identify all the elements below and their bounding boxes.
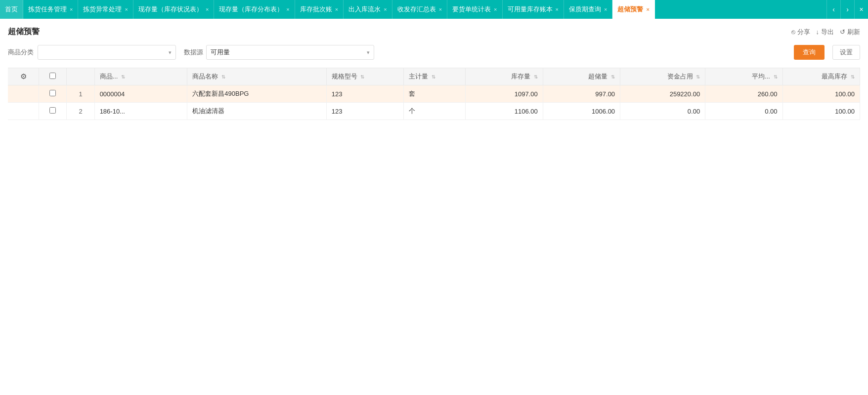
th-number	[67, 68, 94, 85]
sort-icon[interactable]: ⇅	[121, 74, 125, 79]
row-over: 1006.00	[543, 103, 620, 120]
chevron-down-icon: ▾	[169, 49, 172, 56]
row-number: 1	[67, 85, 94, 103]
close-icon[interactable]: ×	[70, 6, 73, 12]
sort-icon[interactable]: ⇅	[534, 74, 538, 79]
row-stock: 1097.00	[466, 85, 543, 103]
close-icon[interactable]: ×	[384, 6, 387, 12]
nav-item-inventory-dist[interactable]: 现存量（库存分布表） ×	[214, 0, 295, 19]
th-capital: 资金占用 ⇅	[620, 68, 705, 85]
nav-item-home[interactable]: 首页	[0, 0, 23, 19]
sort-icon[interactable]: ⇅	[851, 74, 855, 79]
row-avg: 260.00	[705, 85, 782, 103]
nav-item-flow[interactable]: 出入库流水 ×	[344, 0, 392, 19]
close-icon[interactable]: ×	[604, 6, 607, 12]
category-label: 商品分类	[8, 48, 34, 57]
share-icon: ⎋	[791, 28, 795, 36]
refresh-icon: ↺	[840, 28, 845, 36]
nav-item-batch[interactable]: 库存批次账 ×	[295, 0, 344, 19]
datasource-label: 数据源	[184, 48, 203, 57]
nav-close-all-button[interactable]: ×	[854, 0, 868, 19]
nav-item-summary[interactable]: 收发存汇总表 ×	[392, 0, 447, 19]
top-nav: 首页 拣货任务管理 × 拣货异常处理 × 现存量（库存状况表） × 现存量（库存…	[0, 0, 868, 19]
row-maxstock: 100.00	[782, 85, 860, 103]
header-actions: ⎋ 分享 ↓ 导出 ↺ 刷新	[791, 28, 861, 37]
data-table: ⚙ 商品... ⇅ 商品名称 ⇅ 规格型号 ⇅	[8, 68, 860, 120]
th-spec: 规格型号 ⇅	[326, 68, 403, 85]
sort-icon[interactable]: ⇅	[774, 74, 778, 79]
row-name: 机油滤清器	[187, 103, 327, 120]
sort-icon[interactable]: ⇅	[360, 74, 364, 79]
table-header-row: ⚙ 商品... ⇅ 商品名称 ⇅ 规格型号 ⇅	[8, 68, 860, 85]
category-select[interactable]: ▾	[38, 45, 176, 60]
th-name: 商品名称 ⇅	[187, 68, 327, 85]
row-unit: 套	[404, 85, 466, 103]
sort-icon[interactable]: ⇅	[221, 74, 225, 79]
row-maxstock: 100.00	[782, 103, 860, 120]
close-icon[interactable]: ×	[125, 6, 128, 12]
chevron-down-icon: ▾	[367, 49, 370, 56]
th-stock: 库存量 ⇅	[466, 68, 543, 85]
row-spec: 123	[326, 103, 403, 120]
row-capital: 0.00	[620, 103, 705, 120]
row-checkbox[interactable]	[49, 107, 56, 114]
row-checkbox-cell	[39, 85, 67, 103]
datasource-select[interactable]: 可用量 ▾	[206, 45, 374, 60]
query-button[interactable]: 查询	[794, 45, 825, 60]
page-title: 超储预警	[8, 27, 40, 37]
row-number: 2	[67, 103, 94, 120]
datasource-select-value: 可用量	[211, 48, 230, 57]
nav-item-abnormal[interactable]: 拣货异常处理 ×	[78, 0, 133, 19]
main-content: 超储预警 ⎋ 分享 ↓ 导出 ↺ 刷新 商品分类 ▾ 数据源	[0, 19, 868, 395]
nav-item-inventory-status[interactable]: 现存量（库存状况表） ×	[133, 0, 214, 19]
table-row: 1 0000004 六配套新昌490BPG 123 套 1097.00 997.…	[8, 85, 860, 103]
sort-icon[interactable]: ⇅	[611, 74, 615, 79]
close-icon[interactable]: ×	[335, 6, 338, 12]
nav-next-button[interactable]: ›	[840, 0, 854, 19]
gear-icon[interactable]: ⚙	[20, 72, 27, 80]
refresh-button[interactable]: ↺ 刷新	[840, 28, 860, 37]
row-over: 997.00	[543, 85, 620, 103]
th-maxstock: 最高库存 ⇅	[782, 68, 860, 85]
settings-button[interactable]: 设置	[832, 45, 860, 60]
export-icon: ↓	[816, 28, 820, 36]
select-all-checkbox[interactable]	[49, 73, 56, 79]
nav-item-avail-ledger[interactable]: 可用量库存账本 ×	[503, 0, 564, 19]
export-button[interactable]: ↓ 导出	[816, 28, 834, 37]
nav-item-task[interactable]: 拣货任务管理 ×	[23, 0, 78, 19]
nav-prev-button[interactable]: ‹	[826, 0, 840, 19]
th-over: 超储量 ⇅	[543, 68, 620, 85]
nav-arrows: ‹ › ×	[826, 0, 868, 19]
th-avg: 平均... ⇅	[705, 68, 782, 85]
th-settings: ⚙	[8, 68, 39, 85]
row-checkbox[interactable]	[49, 90, 56, 96]
filter-row: 商品分类 ▾ 数据源 可用量 ▾ 查询 设置	[8, 45, 860, 60]
row-capital: 259220.00	[620, 85, 705, 103]
nav-item-order-stat[interactable]: 要货单统计表 ×	[447, 0, 502, 19]
th-code: 商品... ⇅	[94, 68, 187, 85]
row-spec: 123	[326, 85, 403, 103]
row-code: 0000004	[94, 85, 187, 103]
close-icon[interactable]: ×	[286, 6, 289, 12]
row-unit: 个	[404, 103, 466, 120]
th-unit: 主计量 ⇅	[404, 68, 466, 85]
close-icon[interactable]: ×	[494, 6, 497, 12]
row-stock: 1106.00	[466, 103, 543, 120]
row-name: 六配套新昌490BPG	[187, 85, 327, 103]
share-button[interactable]: ⎋ 分享	[791, 28, 810, 37]
row-settings-cell	[8, 85, 39, 103]
close-icon[interactable]: ×	[439, 6, 442, 12]
row-settings-cell	[8, 103, 39, 120]
nav-item-overstock[interactable]: 超储预警 ×	[612, 0, 654, 19]
datasource-filter-group: 数据源 可用量 ▾	[184, 45, 374, 60]
sort-icon[interactable]: ⇅	[432, 74, 435, 79]
page-header: 超储预警 ⎋ 分享 ↓ 导出 ↺ 刷新	[8, 27, 860, 37]
category-filter-group: 商品分类 ▾	[8, 45, 176, 60]
row-checkbox-cell	[39, 103, 67, 120]
close-icon[interactable]: ×	[556, 6, 559, 12]
table-row: 2 186-10... 机油滤清器 123 个 1106.00 1006.00 …	[8, 103, 860, 120]
sort-icon[interactable]: ⇅	[696, 74, 700, 79]
close-icon[interactable]: ×	[646, 6, 649, 12]
nav-item-quality[interactable]: 保质期查询 ×	[564, 0, 612, 19]
close-icon[interactable]: ×	[206, 6, 209, 12]
